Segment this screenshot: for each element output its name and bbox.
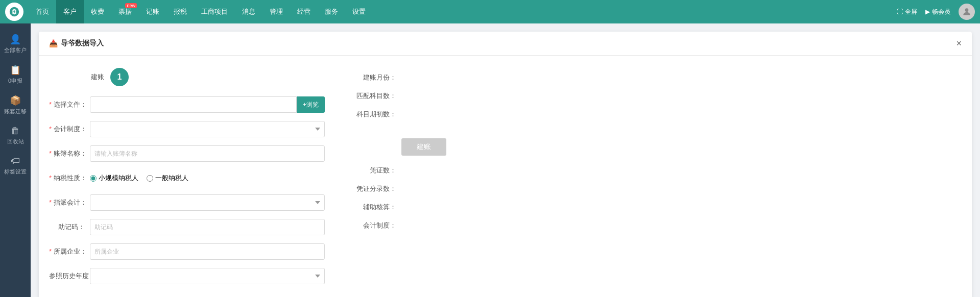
nav-customers[interactable]: 客户 — [56, 0, 84, 23]
main-content: 📥 导爷数据导入 × 建账 1 选择文件： +浏览 — [31, 23, 980, 297]
accounting-month-row: 建账月份： — [355, 73, 962, 82]
dialog-card: 📥 导爷数据导入 × 建账 1 选择文件： +浏览 — [39, 32, 972, 297]
file-label: 选择文件： — [49, 100, 90, 109]
memo-row: 助记码： — [49, 219, 325, 235]
dialog-title: 📥 导爷数据导入 — [49, 39, 104, 48]
tax-general-option[interactable]: 一般纳税人 — [147, 174, 188, 183]
memo-input[interactable] — [90, 219, 325, 235]
sidebar-item-tag-settings[interactable]: 🏷 标签设置 — [0, 151, 31, 181]
sidebar: 👤 全部客户 📋 0申报 📦 账套迁移 🗑 回收站 🏷 标签设置 — [0, 23, 31, 297]
right-panel: 建账月份： 匹配科目数： 科目期初数： 建账 凭证数： — [325, 68, 962, 292]
ledger-name-label: 账簿名称： — [49, 149, 90, 158]
ledger-name-row: 账簿名称： — [49, 145, 325, 162]
tax-small-option[interactable]: 小规模纳税人 — [90, 174, 138, 183]
voucher-entries-row: 凭证分录数： — [355, 184, 962, 193]
accounting-system-row: 会计制度： — [49, 121, 325, 137]
tax-general-label: 一般纳税人 — [155, 174, 188, 183]
browse-button[interactable]: +浏览 — [297, 96, 325, 113]
voucher-entries-label: 凭证分录数： — [355, 184, 401, 193]
nav-service[interactable]: 服务 — [318, 0, 345, 23]
opening-balance-row: 科目期初数： — [355, 110, 962, 119]
auxiliary-label: 辅助核算： — [355, 203, 401, 212]
step-badge: 1 — [110, 68, 129, 86]
accountant-label: 指派会计： — [49, 198, 90, 207]
account-migration-icon: 📦 — [10, 95, 21, 106]
nav-accounts[interactable]: 记账 — [139, 0, 166, 23]
right-accounting-system-row: 会计制度： — [355, 221, 962, 230]
company-input[interactable] — [90, 243, 325, 260]
all-customers-icon: 👤 — [10, 34, 21, 45]
create-btn-container: 建账 — [355, 128, 962, 156]
app-logo[interactable] — [5, 3, 23, 21]
opening-balance-label: 科目期初数： — [355, 110, 401, 119]
accounting-system-label: 会计制度： — [49, 125, 90, 134]
svg-point-1 — [965, 8, 969, 12]
nav-menu: 首页 客户 收费 票据 new 记账 报税 工商项目 消息 管理 经营 服务 设… — [29, 0, 897, 23]
company-row: 所属企业： — [49, 243, 325, 260]
auxiliary-row: 辅助核算： — [355, 203, 962, 212]
ledger-name-input[interactable] — [90, 145, 325, 162]
sidebar-item-declaration[interactable]: 📋 0申报 — [0, 59, 31, 90]
voucher-count-row: 凭证数： — [355, 166, 962, 175]
sidebar-item-all-customers[interactable]: 👤 全部客户 — [0, 29, 31, 59]
company-label: 所属企业： — [49, 247, 90, 256]
ref-year-row: 参照历史年度： — [49, 268, 325, 284]
file-input-group: +浏览 — [90, 96, 325, 113]
tax-small-radio[interactable] — [90, 175, 97, 182]
declaration-icon: 📋 — [10, 64, 21, 76]
step-label: 建账 — [80, 72, 110, 82]
nav-messages[interactable]: 消息 — [235, 0, 262, 23]
tag-settings-icon: 🏷 — [11, 156, 20, 166]
voucher-count-label: 凭证数： — [355, 166, 401, 175]
accountant-row: 指派会计： — [49, 194, 325, 211]
file-input[interactable] — [90, 96, 297, 113]
dialog-title-icon: 📥 — [49, 39, 58, 47]
trash-icon: 🗑 — [11, 126, 20, 136]
right-accounting-system-label: 会计制度： — [355, 221, 401, 230]
tax-type-radio-group: 小规模纳税人 一般纳税人 — [90, 174, 325, 183]
dialog-title-text: 导爷数据导入 — [61, 39, 104, 48]
accountant-select[interactable] — [90, 194, 325, 211]
match-accounts-label: 匹配科目数： — [355, 91, 401, 101]
tax-small-label: 小规模纳税人 — [99, 174, 138, 183]
nav-tax[interactable]: 报税 — [166, 0, 194, 23]
nav-invoices[interactable]: 票据 new — [111, 0, 139, 23]
dialog-close-button[interactable]: × — [956, 39, 962, 48]
sidebar-item-trash[interactable]: 🗑 回收站 — [0, 120, 31, 151]
create-account-button[interactable]: 建账 — [401, 138, 446, 156]
user-avatar[interactable] — [959, 4, 975, 20]
tax-general-radio[interactable] — [147, 175, 153, 182]
new-badge: new — [125, 3, 137, 8]
nav-settings[interactable]: 设置 — [345, 0, 373, 23]
sidebar-item-account-migration[interactable]: 📦 账套迁移 — [0, 90, 31, 120]
nav-home[interactable]: 首页 — [29, 0, 56, 23]
member-btn[interactable]: ▶ 畅会员 — [925, 8, 950, 16]
file-row: 选择文件： +浏览 — [49, 96, 325, 113]
nav-right-area: ⛶ 全屏 ▶ 畅会员 — [897, 4, 975, 20]
memo-label: 助记码： — [49, 222, 90, 232]
accounting-system-select[interactable] — [90, 121, 325, 137]
fullscreen-btn[interactable]: ⛶ 全屏 — [897, 8, 917, 16]
dialog-header: 📥 导爷数据导入 × — [39, 32, 972, 56]
nav-fees[interactable]: 收费 — [84, 0, 111, 23]
nav-business[interactable]: 工商项目 — [194, 0, 235, 23]
tax-type-label: 纳税性质： — [49, 174, 90, 183]
ref-year-select[interactable] — [90, 268, 325, 284]
accounting-month-label: 建账月份： — [355, 73, 401, 82]
match-accounts-row: 匹配科目数： — [355, 91, 962, 101]
ref-year-label: 参照历史年度： — [49, 271, 90, 281]
tax-type-row: 纳税性质： 小规模纳税人 一般纳税人 — [49, 170, 325, 186]
nav-operation[interactable]: 经营 — [290, 0, 318, 23]
top-navigation: 首页 客户 收费 票据 new 记账 报税 工商项目 消息 管理 经营 服务 设… — [0, 0, 980, 23]
nav-manage[interactable]: 管理 — [262, 0, 290, 23]
